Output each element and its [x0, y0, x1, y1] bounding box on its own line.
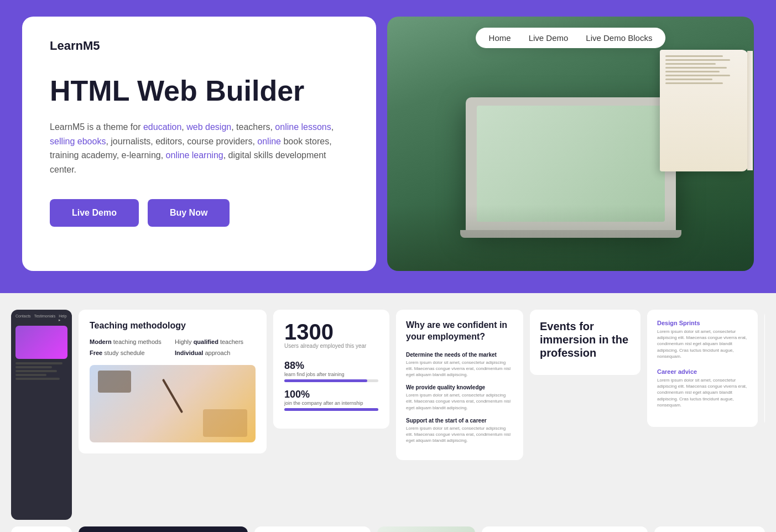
- conf-title-1: Determine the needs of the market: [406, 352, 513, 358]
- confidence-item-3: Support at the start of a career Lorem i…: [406, 418, 513, 444]
- design-title-2: Career advice: [657, 368, 748, 375]
- stat-fill-1: [284, 379, 367, 382]
- line: [15, 378, 60, 380]
- confidence-card: Why are we confident in your employment?…: [396, 310, 523, 460]
- teaching-grid: Modern teaching methods Highly qualified…: [90, 338, 256, 356]
- knowledge-card: Knowledge is the best gift! Lorem ipsum …: [254, 526, 371, 532]
- stat-bar-2: [284, 408, 378, 411]
- hero-nav: Home Live Demo Live Demo Blocks: [476, 28, 666, 48]
- teaching-item-2: Highly qualified teachers: [175, 338, 256, 345]
- stat-percent-2: 100%: [284, 389, 378, 400]
- teaching-item-3: Free study schedule: [90, 350, 170, 356]
- line: [15, 370, 57, 372]
- hero-buttons: Live Demo Buy Now: [50, 199, 348, 227]
- demo-section: Contacts Testimonials Help ▸ Teaching me…: [0, 293, 776, 532]
- mini-nav-contacts[interactable]: Contacts: [15, 314, 31, 322]
- hero-image: Home Live Demo Live Demo Blocks: [387, 17, 754, 271]
- conf-text-3: Lorem ipsum dolor sit amet, consectetur …: [406, 425, 513, 444]
- level-card: Level 3 ✏️ 8 events Lorem ipsum dolor si…: [11, 526, 72, 532]
- line: [15, 374, 46, 376]
- design-item-1: Design Sprints Lorem ipsum dolor sit ame…: [657, 320, 748, 359]
- events-card: Events for immersion in the profession: [530, 310, 640, 375]
- nav-live-demo[interactable]: Live Demo: [529, 33, 569, 43]
- stat-label-2: join the company after an internship: [284, 400, 378, 406]
- stat-bar-1: [284, 379, 378, 382]
- hero-right-panel: Home Live Demo Live Demo Blocks: [387, 17, 754, 271]
- dark-card-lines: [15, 362, 67, 380]
- dark-ui-card: Contacts Testimonials Help ▸: [11, 310, 72, 520]
- confidence-item-1: Determine the needs of the market Lorem …: [406, 352, 513, 378]
- stat-row-2: 100% join the company after an internshi…: [284, 389, 378, 411]
- platform-card: Learn on a comfortable online platform. …: [79, 526, 248, 532]
- mini-nav: Contacts Testimonials Help ▸: [15, 314, 67, 322]
- apply-card: Apply for study Name Email Phone Send an…: [764, 310, 765, 427]
- stat-label-1: learn find jobs after training: [284, 372, 378, 377]
- conf-text-2: Lorem ipsum dolor sit amet, consectetur …: [406, 392, 513, 411]
- stats-number: 1300: [284, 321, 378, 343]
- hero-title: HTML Web Builder: [50, 75, 348, 107]
- stat-percent-1: 88%: [284, 360, 378, 372]
- conf-title-2: We provide quality knowledge: [406, 384, 513, 390]
- design-text-2: Lorem ipsum dolor sit amet, consectetur …: [657, 377, 748, 408]
- stat-fill-2: [284, 408, 378, 411]
- hero-description: LearnM5 is a theme for education, web de…: [50, 120, 348, 176]
- view-action-card: View in Action Lorem ipsum dolor sit ame…: [482, 526, 648, 532]
- teaching-image: [90, 365, 256, 442]
- confidence-title: Why are we confident in your employment?: [406, 320, 513, 343]
- mini-nav-testimonials[interactable]: Testimonials: [34, 314, 56, 322]
- conf-title-3: Support at the start of a career: [406, 418, 513, 424]
- live-demo-button[interactable]: Live Demo: [50, 199, 139, 227]
- confidence-item-2: We provide quality knowledge Lorem ipsum…: [406, 384, 513, 411]
- programs-card: Our programs and Standard 📚 from 155$ / …: [654, 526, 765, 532]
- design-item-2: Career advice Lorem ipsum dolor sit amet…: [657, 368, 748, 408]
- stats-card: 1300 Users already employed this year 88…: [273, 310, 389, 429]
- conf-text-1: Lorem ipsum dolor sit amet, consectetur …: [406, 359, 513, 378]
- nav-home[interactable]: Home: [489, 33, 511, 43]
- design-title-1: Design Sprints: [657, 320, 748, 326]
- teaching-title: Teaching methodology: [90, 321, 256, 331]
- line: [15, 366, 52, 368]
- mini-nav-help[interactable]: Help ▸: [59, 314, 67, 322]
- book-visual: [660, 50, 748, 171]
- line: [15, 362, 63, 364]
- teaching-item-1: Modern teaching methods: [90, 338, 170, 345]
- buy-now-button[interactable]: Buy Now: [148, 199, 230, 227]
- hero-section: LearnM5 HTML Web Builder LearnM5 is a th…: [0, 0, 776, 293]
- hero-left-panel: LearnM5 HTML Web Builder LearnM5 is a th…: [22, 17, 376, 271]
- dark-card-image: [15, 326, 67, 359]
- events-title: Events for immersion in the profession: [540, 320, 631, 359]
- teaching-item-4: Individual approach: [175, 350, 256, 356]
- teaching-card: Teaching methodology Modern teaching met…: [79, 310, 267, 453]
- laptop-image-card: ⌨️: [377, 526, 475, 532]
- stat-row-1: 88% learn find jobs after training: [284, 360, 378, 382]
- nav-live-demo-blocks[interactable]: Live Demo Blocks: [586, 33, 652, 43]
- design-text-1: Lorem ipsum dolor sit amet, consectetur …: [657, 328, 748, 359]
- design-card: Design Sprints Lorem ipsum dolor sit ame…: [647, 310, 758, 427]
- logo: LearnM5: [50, 39, 348, 53]
- stats-subtitle: Users already employed this year: [284, 343, 378, 349]
